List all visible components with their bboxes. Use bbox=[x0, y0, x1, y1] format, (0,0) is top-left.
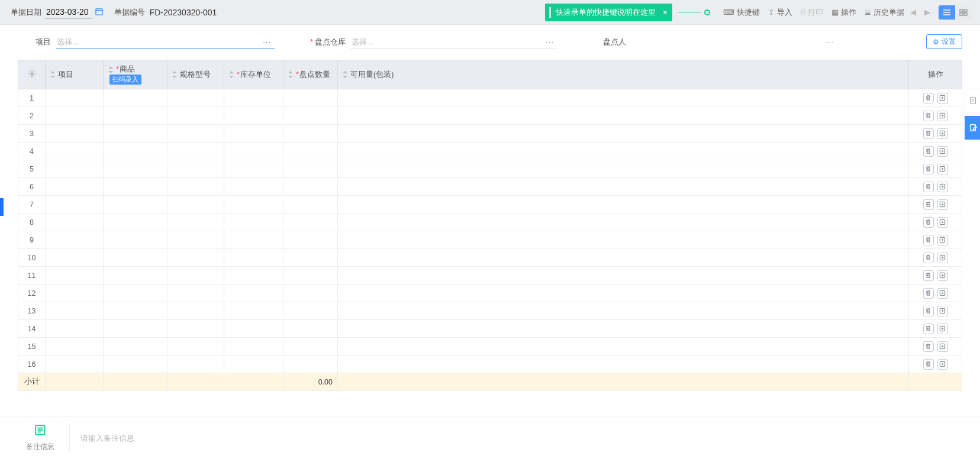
right-tab-draft[interactable] bbox=[965, 89, 980, 112]
person-more-icon[interactable]: ··· bbox=[823, 37, 838, 46]
cell-product[interactable] bbox=[104, 338, 167, 355]
cell-spec[interactable] bbox=[167, 231, 224, 249]
cell-qty[interactable] bbox=[283, 249, 338, 267]
cell-unit[interactable] bbox=[224, 178, 283, 196]
cell-avail[interactable] bbox=[338, 338, 909, 355]
add-row-icon[interactable] bbox=[937, 182, 948, 192]
cell-unit[interactable] bbox=[224, 302, 283, 320]
cell-product[interactable] bbox=[104, 125, 167, 143]
cell-product[interactable] bbox=[104, 302, 167, 320]
delete-row-icon[interactable] bbox=[923, 253, 934, 263]
cell-spec[interactable] bbox=[167, 320, 224, 338]
cell-avail[interactable] bbox=[338, 143, 909, 160]
cell-qty[interactable] bbox=[283, 178, 338, 196]
add-row-icon[interactable] bbox=[937, 270, 948, 281]
add-row-icon[interactable] bbox=[937, 306, 948, 316]
cell-spec[interactable] bbox=[167, 302, 224, 320]
view-card-button[interactable] bbox=[955, 5, 972, 20]
add-row-icon[interactable] bbox=[937, 146, 948, 157]
cell-product[interactable] bbox=[104, 178, 167, 196]
table-row[interactable]: 5 bbox=[18, 160, 962, 178]
cell-product[interactable] bbox=[104, 160, 167, 178]
add-row-icon[interactable] bbox=[937, 111, 948, 121]
table-row[interactable]: 12 bbox=[18, 285, 962, 302]
cell-avail[interactable] bbox=[338, 214, 909, 231]
cell-spec[interactable] bbox=[167, 249, 224, 267]
table-row[interactable]: 3 bbox=[18, 125, 962, 143]
cell-project[interactable] bbox=[46, 285, 104, 302]
add-row-icon[interactable] bbox=[937, 359, 948, 370]
cell-product[interactable] bbox=[104, 267, 167, 285]
view-list-button[interactable] bbox=[939, 5, 955, 20]
cell-spec[interactable] bbox=[167, 160, 224, 178]
cell-spec[interactable] bbox=[167, 267, 224, 285]
col-qty[interactable]: *盘点数量 bbox=[283, 60, 338, 89]
add-row-icon[interactable] bbox=[937, 199, 948, 210]
delete-row-icon[interactable] bbox=[923, 217, 934, 228]
add-row-icon[interactable] bbox=[937, 164, 948, 174]
add-row-icon[interactable] bbox=[937, 288, 948, 299]
table-row[interactable]: 7 bbox=[18, 196, 962, 214]
add-row-icon[interactable] bbox=[937, 341, 948, 352]
cell-qty[interactable] bbox=[283, 196, 338, 214]
cell-product[interactable] bbox=[104, 320, 167, 338]
cell-unit[interactable] bbox=[224, 355, 283, 373]
col-project[interactable]: 项目 bbox=[46, 60, 104, 89]
add-row-icon[interactable] bbox=[937, 128, 948, 139]
cell-product[interactable] bbox=[104, 89, 167, 107]
settings-button[interactable]: ⚙ 设置 bbox=[926, 34, 962, 49]
delete-row-icon[interactable] bbox=[923, 93, 934, 104]
cell-project[interactable] bbox=[46, 231, 104, 249]
cell-spec[interactable] bbox=[167, 178, 224, 196]
cell-unit[interactable] bbox=[224, 338, 283, 355]
cell-qty[interactable] bbox=[283, 231, 338, 249]
cell-project[interactable] bbox=[46, 178, 104, 196]
cell-product[interactable] bbox=[104, 214, 167, 231]
warehouse-more-icon[interactable]: ··· bbox=[542, 37, 557, 46]
cell-qty[interactable] bbox=[283, 285, 338, 302]
cell-project[interactable] bbox=[46, 196, 104, 214]
cell-avail[interactable] bbox=[338, 231, 909, 249]
cell-product[interactable] bbox=[104, 231, 167, 249]
warehouse-input[interactable] bbox=[350, 35, 542, 49]
close-icon[interactable]: × bbox=[663, 8, 668, 17]
cell-product[interactable] bbox=[104, 285, 167, 302]
cell-project[interactable] bbox=[46, 143, 104, 160]
doc-date-value[interactable]: 2023-03-20 bbox=[45, 5, 92, 19]
delete-row-icon[interactable] bbox=[923, 341, 934, 352]
cell-project[interactable] bbox=[46, 125, 104, 143]
table-row[interactable]: 15 bbox=[18, 338, 962, 355]
cell-avail[interactable] bbox=[338, 302, 909, 320]
person-input[interactable] bbox=[631, 35, 823, 49]
delete-row-icon[interactable] bbox=[923, 128, 934, 139]
cell-project[interactable] bbox=[46, 214, 104, 231]
delete-row-icon[interactable] bbox=[923, 146, 934, 157]
cell-product[interactable] bbox=[104, 249, 167, 267]
cell-unit[interactable] bbox=[224, 285, 283, 302]
delete-row-icon[interactable] bbox=[923, 235, 934, 245]
cell-avail[interactable] bbox=[338, 125, 909, 143]
delete-row-icon[interactable] bbox=[923, 164, 934, 174]
cell-qty[interactable] bbox=[283, 302, 338, 320]
col-spec[interactable]: 规格型号 bbox=[167, 60, 224, 89]
cell-project[interactable] bbox=[46, 338, 104, 355]
cell-unit[interactable] bbox=[224, 196, 283, 214]
cell-unit[interactable] bbox=[224, 160, 283, 178]
cell-unit[interactable] bbox=[224, 143, 283, 160]
cell-avail[interactable] bbox=[338, 267, 909, 285]
remarks-input[interactable] bbox=[80, 434, 962, 442]
delete-row-icon[interactable] bbox=[923, 288, 934, 299]
cell-avail[interactable] bbox=[338, 160, 909, 178]
cell-project[interactable] bbox=[46, 320, 104, 338]
cell-avail[interactable] bbox=[338, 285, 909, 302]
cell-spec[interactable] bbox=[167, 285, 224, 302]
cell-avail[interactable] bbox=[338, 196, 909, 214]
cell-unit[interactable] bbox=[224, 267, 283, 285]
cell-qty[interactable] bbox=[283, 89, 338, 107]
cell-project[interactable] bbox=[46, 107, 104, 125]
add-row-icon[interactable] bbox=[937, 253, 948, 263]
cell-qty[interactable] bbox=[283, 125, 338, 143]
cell-product[interactable] bbox=[104, 196, 167, 214]
cell-product[interactable] bbox=[104, 143, 167, 160]
cell-unit[interactable] bbox=[224, 249, 283, 267]
